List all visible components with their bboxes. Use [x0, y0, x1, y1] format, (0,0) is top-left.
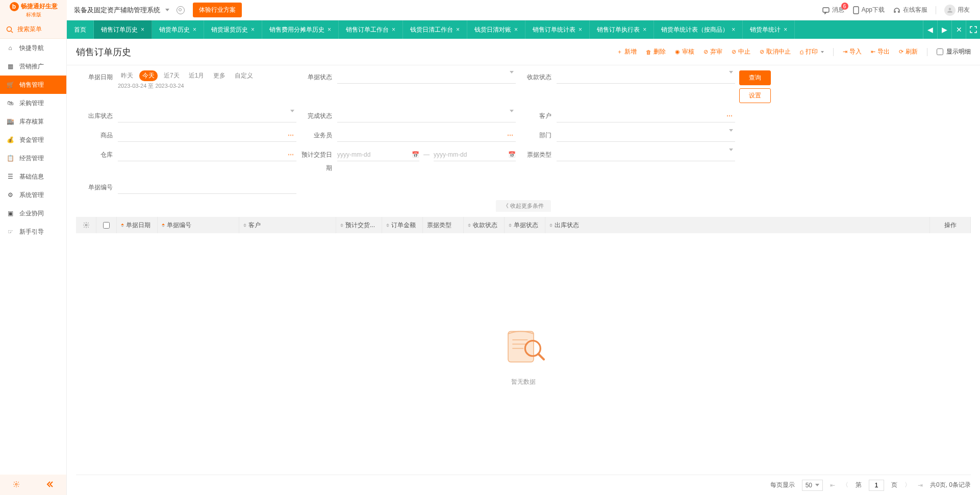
tabs-scroll-left[interactable]: ◀	[923, 20, 937, 39]
close-icon[interactable]: ×	[643, 26, 646, 33]
experience-button[interactable]: 体验行业方案	[193, 3, 242, 17]
page-next[interactable]: 〉	[904, 481, 911, 489]
tab-6[interactable]: 钱货日清工作台×	[403, 20, 467, 39]
deliver-date-from[interactable]: yyyy-mm-dd📅	[337, 148, 419, 161]
app-download-button[interactable]: App下载	[852, 6, 885, 14]
clerk-picker[interactable]: ⋯	[337, 129, 516, 142]
close-icon[interactable]: ×	[784, 26, 787, 33]
add-button[interactable]: ＋新增	[617, 47, 637, 56]
col-invoice-type[interactable]: 票据类型	[423, 217, 464, 233]
sidebar-collapse-icon[interactable]	[45, 481, 54, 489]
select-all-checkbox[interactable]	[103, 222, 110, 229]
tab-fullscreen[interactable]	[966, 20, 980, 39]
col-doc-date[interactable]: 单据日期	[117, 217, 158, 233]
unabort-button[interactable]: ⊘取消中止	[760, 47, 791, 56]
col-out-status[interactable]: 出库状态	[545, 217, 930, 233]
pay-status-select[interactable]	[557, 70, 735, 84]
sidebar-item-2[interactable]: 🛒销售管理	[0, 76, 66, 94]
col-amount[interactable]: 订单金额	[382, 217, 423, 233]
product-picker[interactable]: ⋯	[118, 129, 296, 142]
date-chip-3[interactable]: 近1月	[186, 70, 208, 81]
dept-select[interactable]	[557, 129, 735, 142]
gear-icon[interactable]	[177, 6, 185, 14]
tab-4[interactable]: 销售费用分摊单历史×	[262, 20, 339, 39]
page-last[interactable]: ⇥	[918, 482, 923, 489]
audit-button[interactable]: ◉审核	[675, 47, 694, 56]
tab-7[interactable]: 钱货日清对账×	[467, 20, 525, 39]
page-first[interactable]: ⇤	[830, 482, 835, 489]
deliver-date-to[interactable]: yyyy-mm-dd📅	[434, 148, 516, 161]
query-button[interactable]: 查询	[739, 70, 771, 85]
close-icon[interactable]: ×	[732, 26, 735, 33]
date-chip-4[interactable]: 更多	[210, 70, 229, 81]
sidebar-item-9[interactable]: ▣企业协同	[0, 204, 66, 222]
doc-status-select[interactable]	[337, 70, 516, 84]
date-chip-5[interactable]: 自定义	[232, 70, 256, 81]
sidebar-item-6[interactable]: 📋经营管理	[0, 149, 66, 167]
sidebar-search[interactable]: 搜索菜单	[0, 20, 66, 39]
tab-2[interactable]: 销货单历史×	[152, 20, 204, 39]
collapse-filters-button[interactable]: 《 收起更多条件	[496, 200, 551, 212]
col-doc-status[interactable]: 单据状态	[505, 217, 545, 233]
close-icon[interactable]: ×	[251, 26, 255, 33]
sidebar-item-10[interactable]: ☞新手引导	[0, 222, 66, 241]
message-button[interactable]: 消息 6	[822, 6, 844, 14]
sidebar-item-4[interactable]: 🏬库存核算	[0, 112, 66, 131]
online-service-button[interactable]: 在线客服	[893, 6, 927, 14]
sidebar-item-0[interactable]: ⌂快捷导航	[0, 39, 66, 57]
date-chip-2[interactable]: 近7天	[161, 70, 183, 81]
warehouse-picker[interactable]: ⋯	[118, 148, 296, 161]
show-detail-toggle[interactable]: 显示明细	[937, 47, 971, 56]
sidebar-item-1[interactable]: ▦营销推广	[0, 57, 66, 76]
date-chip-0[interactable]: 昨天	[118, 70, 136, 81]
tab-close-all[interactable]: ✕	[951, 20, 966, 39]
tab-5[interactable]: 销售订单工作台×	[339, 20, 403, 39]
customer-picker[interactable]: ⋯	[557, 109, 735, 122]
close-icon[interactable]: ×	[514, 26, 518, 33]
tab-8[interactable]: 销售订单统计表×	[525, 20, 590, 39]
out-status-select[interactable]	[118, 109, 296, 122]
show-detail-checkbox[interactable]	[937, 48, 943, 55]
doc-no-input[interactable]	[118, 181, 296, 194]
column-settings[interactable]	[76, 217, 96, 233]
page-input[interactable]	[869, 480, 884, 491]
sidebar-item-3[interactable]: 🛍采购管理	[0, 94, 66, 112]
print-button[interactable]: ⎙打印	[800, 47, 824, 56]
refresh-button[interactable]: ⟳刷新	[899, 47, 918, 56]
sidebar-item-8[interactable]: ⚙系统管理	[0, 186, 66, 204]
sidebar-item-5[interactable]: 💰资金管理	[0, 131, 66, 149]
col-deliver-date[interactable]: 预计交货...	[336, 217, 382, 233]
tab-3[interactable]: 销货退货历史×	[204, 20, 262, 39]
system-dropdown[interactable]: 装备及固定资产辅助管理系统	[67, 6, 177, 15]
select-all-cell[interactable]	[96, 217, 117, 233]
col-customer[interactable]: 客户	[239, 217, 336, 233]
col-doc-no[interactable]: 单据编号	[158, 217, 239, 233]
abort-button[interactable]: ⊘中止	[732, 47, 750, 56]
filter-settings-button[interactable]: 设置	[739, 88, 771, 103]
import-button[interactable]: ⇥导入	[843, 47, 862, 56]
logo-block[interactable]: b 畅捷通好生意 标准版	[0, 0, 67, 20]
close-icon[interactable]: ×	[392, 26, 395, 33]
close-icon[interactable]: ×	[328, 26, 331, 33]
done-status-select[interactable]	[337, 109, 516, 122]
delete-button[interactable]: 🗑删除	[646, 47, 666, 56]
invoice-type-select[interactable]	[557, 148, 735, 161]
tab-11[interactable]: 销货单统计×	[743, 20, 795, 39]
page-prev[interactable]: 〈	[842, 481, 848, 489]
tab-1[interactable]: 销售订单历史×	[94, 20, 152, 39]
close-icon[interactable]: ×	[193, 26, 196, 33]
export-button[interactable]: ⇤导出	[871, 47, 890, 56]
user-menu[interactable]: 用友	[944, 5, 970, 16]
date-chip-1[interactable]: 今天	[139, 70, 158, 81]
tab-0[interactable]: 首页	[67, 20, 94, 39]
tabs-scroll-right[interactable]: ▶	[937, 20, 951, 39]
sidebar-settings-icon[interactable]	[13, 481, 20, 489]
sidebar-item-7[interactable]: ☰基础信息	[0, 167, 66, 186]
close-icon[interactable]: ×	[579, 26, 582, 33]
per-page-select[interactable]: 50	[802, 480, 823, 491]
close-icon[interactable]: ×	[456, 26, 460, 33]
tab-9[interactable]: 销售订单执行表×	[590, 20, 654, 39]
discard-button[interactable]: ⊘弃审	[703, 47, 722, 56]
tab-10[interactable]: 销货单统计表（按商品）×	[654, 20, 743, 39]
col-pay-status[interactable]: 收款状态	[464, 217, 505, 233]
